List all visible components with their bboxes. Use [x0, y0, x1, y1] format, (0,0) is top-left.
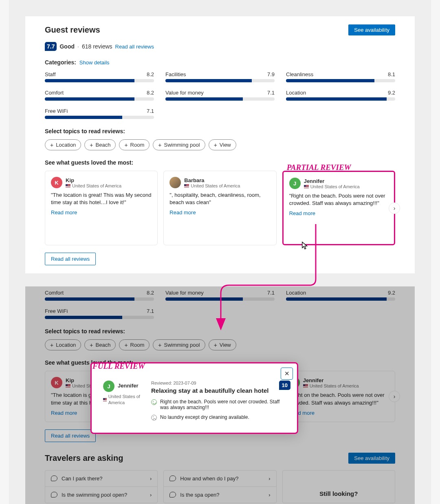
plus-icon: +: [90, 142, 93, 148]
speech-bubble-icon: [169, 475, 176, 481]
travelers-asking-grid: Can I park there?›Is the swimming pool o…: [45, 470, 395, 503]
reviewer-name: Kip: [66, 177, 121, 183]
chip-room[interactable]: +Room: [119, 139, 150, 150]
guest-reviews-panel-dimmed: Comfort8.2 Value for money7.1 Location9.…: [25, 286, 415, 504]
review-text: "The location is great! This was My seco…: [51, 191, 152, 206]
plus-icon: +: [158, 342, 161, 348]
bar-value-for-money: Value for money7.1: [165, 90, 275, 101]
read-more-link[interactable]: Read more: [289, 210, 315, 216]
carousel-next-button[interactable]: ›: [389, 202, 400, 214]
close-icon[interactable]: ✕: [281, 368, 293, 380]
read-all-reviews-button[interactable]: Read all reviews: [45, 253, 96, 265]
reviewer-country: United States of America: [66, 183, 121, 188]
chip-room[interactable]: +Room: [119, 339, 150, 350]
cursor-icon: [301, 241, 309, 250]
show-details-link[interactable]: Show details: [79, 59, 110, 66]
review-card: PARTIAL REVIEW J Jennifer United States …: [282, 171, 395, 245]
flag-icon: [66, 184, 70, 187]
chip-beach[interactable]: +Beach: [84, 339, 116, 350]
read-all-reviews-button-dim[interactable]: Read all reviews: [45, 429, 96, 442]
speech-bubble-icon: [51, 475, 57, 481]
modal-reviewer-country: United States of America: [103, 394, 144, 405]
read-all-reviews-link[interactable]: Read all reviews: [115, 44, 154, 50]
sad-face-icon: [151, 415, 157, 420]
flag-icon: [66, 384, 70, 387]
bar-free-wifi: Free WiFi7.1: [45, 108, 154, 119]
chip-location[interactable]: +Location: [45, 339, 81, 350]
chip-view[interactable]: +View: [209, 339, 236, 350]
categories-label: Categories:: [45, 59, 76, 66]
ask-row[interactable]: Is the spa open?›: [164, 487, 276, 503]
flag-icon: [304, 185, 309, 188]
partial-review-annotation: PARTIAL REVIEW: [287, 163, 351, 172]
ask-card-1: Can I park there?›Is the swimming pool o…: [45, 470, 158, 503]
score-summary: 7.7 Good · 618 reviews Read all reviews: [45, 42, 395, 51]
bar-value-for-money: Value for money7.1: [165, 290, 275, 301]
chip-swimming-pool[interactable]: +Swimming pool: [153, 339, 205, 350]
full-review-modal: FULL REVIEW ✕ 10 J Jennifer United State…: [90, 362, 298, 434]
happy-face-icon: [151, 399, 157, 405]
plus-icon: +: [214, 142, 217, 148]
plus-icon: +: [50, 142, 53, 148]
topics-heading-dim: Select topics to read reviews:: [45, 328, 395, 335]
plus-icon: +: [214, 342, 217, 348]
ask-row[interactable]: How and when do I pay?›: [164, 471, 276, 487]
review-card: K Kip United States of America "The loca…: [45, 171, 158, 245]
category-bars: Staff8.2 Facilities7.9 Cleanliness8.1 Co…: [45, 71, 395, 119]
modal-review-date: Reviewed: 2023-07-09: [151, 381, 289, 385]
review-text: "Right on the beach. Pools were not over…: [289, 192, 388, 207]
bar-staff: Staff8.2: [45, 71, 154, 82]
chip-location[interactable]: +Location: [45, 139, 81, 150]
read-more-link[interactable]: Read more: [51, 209, 77, 216]
topics-heading: Select topics to read reviews:: [45, 128, 395, 134]
guest-reviews-panel: Guest reviews See availability 7.7 Good …: [25, 16, 415, 273]
review-text: "Right on the beach. Pools were not over…: [288, 392, 389, 406]
plus-icon: +: [124, 142, 128, 148]
score-label: Good: [59, 43, 75, 50]
modal-positive-line: Right on the beach. Pools were not over …: [151, 399, 289, 410]
avatar: K: [51, 377, 62, 388]
chevron-right-icon: ›: [150, 492, 152, 498]
reviewer-name: Jennifer: [303, 377, 359, 383]
ask-card-3: Still looking?: [282, 470, 395, 503]
category-bars-dim: Comfort8.2 Value for money7.1 Location9.…: [45, 290, 395, 319]
bar-location: Location9.2: [286, 90, 395, 101]
chevron-right-icon: ›: [268, 475, 270, 482]
speech-bubble-icon: [51, 492, 57, 497]
bar-free-wifi: Free WiFi7.1: [45, 308, 154, 319]
reviewer-country: United States of America: [184, 183, 240, 188]
reviewer-name: Jennifer: [304, 178, 360, 184]
plus-icon: +: [90, 342, 93, 348]
avatar: J: [289, 178, 301, 189]
modal-negative-line: No laundry except dry cleaning available…: [151, 414, 289, 420]
bar-comfort: Comfort8.2: [45, 90, 154, 101]
still-looking-text: Still looking?: [283, 471, 395, 497]
plus-icon: +: [124, 342, 128, 348]
chip-swimming-pool[interactable]: +Swimming pool: [153, 139, 205, 150]
review-count: 618 reviews: [82, 43, 112, 50]
reviewer-country: United States of America: [304, 184, 360, 189]
flag-icon: [184, 184, 189, 187]
modal-score-badge: 10: [279, 381, 290, 390]
speech-bubble-icon: [169, 492, 176, 497]
page-title: Guest reviews: [45, 25, 100, 35]
chip-view[interactable]: +View: [209, 139, 236, 150]
see-availability-button-2[interactable]: See availability: [348, 453, 395, 464]
ask-row[interactable]: Can I park there?›: [45, 471, 157, 487]
flag-icon: [303, 384, 308, 387]
read-more-link[interactable]: Read more: [169, 209, 196, 216]
review-text: ", hospitality, beach, cleanliness, room…: [169, 191, 270, 206]
bar-cleanliness: Cleanliness8.1: [286, 71, 395, 82]
avatar: [169, 177, 181, 188]
see-availability-button[interactable]: See availability: [348, 24, 395, 35]
reviewer-name: Barbara: [184, 177, 240, 183]
ask-card-2: How and when do I pay?›Is the spa open?›: [163, 470, 276, 503]
full-review-annotation: FULL REVIEW: [92, 362, 145, 371]
carousel-next-button-dim[interactable]: ›: [389, 391, 400, 402]
review-card: J Jennifer United States of America "Rig…: [282, 371, 395, 422]
bar-comfort: Comfort8.2: [45, 290, 154, 301]
review-cards: K Kip United States of America "The loca…: [45, 171, 395, 245]
read-more-link[interactable]: Read more: [51, 410, 77, 416]
ask-row[interactable]: Is the swimming pool open?›: [45, 487, 157, 503]
chip-beach[interactable]: +Beach: [84, 139, 116, 150]
